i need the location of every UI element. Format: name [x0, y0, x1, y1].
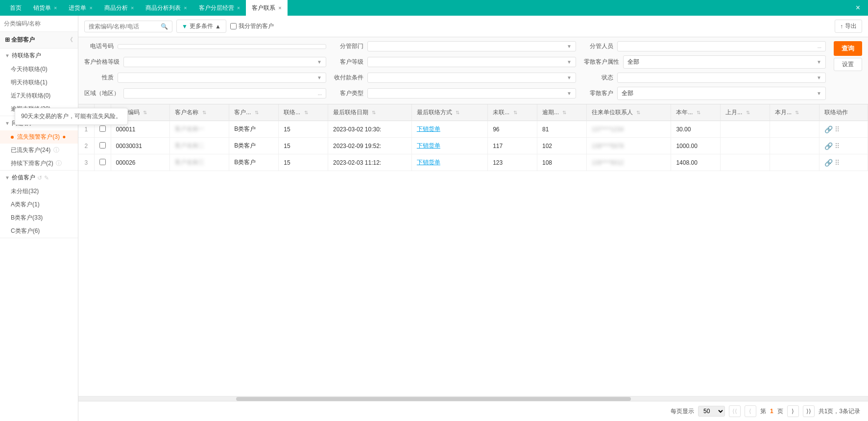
- filter-label-nature: 性质: [84, 74, 114, 82]
- col-uncontacted[interactable]: 未联... ⇅: [488, 104, 537, 121]
- row-action-menu-1[interactable]: ⠿: [835, 125, 840, 133]
- row-checkbox-2: [94, 138, 111, 154]
- tab-sales[interactable]: 销货单 ×: [27, 0, 63, 16]
- col-type[interactable]: 客户... ⇅: [229, 104, 279, 121]
- tab-home[interactable]: 首页: [4, 0, 27, 16]
- sidebar-item-class-b[interactable]: B类客户(33): [0, 211, 78, 224]
- query-button[interactable]: 查询: [834, 41, 862, 56]
- horizontal-scrollbar[interactable]: [78, 396, 868, 401]
- row-select-1[interactable]: [99, 125, 106, 132]
- search-box: 🔍: [84, 21, 172, 32]
- col-overdue[interactable]: 逾期... ⇅: [537, 104, 587, 121]
- row-last-way-2[interactable]: 下销货单: [411, 138, 487, 154]
- my-customers-checkbox[interactable]: [230, 23, 237, 29]
- last-page-button[interactable]: ⟩⟩: [803, 405, 815, 417]
- first-page-button[interactable]: ⟨⟨: [729, 405, 741, 417]
- filter-input-price-level[interactable]: ▼: [123, 57, 326, 67]
- filter-input-manager[interactable]: ...: [617, 41, 826, 51]
- search-submit-icon[interactable]: 🔍: [161, 23, 168, 30]
- sidebar-item-churn-warning[interactable]: 流失预警客户(3) ●: [0, 130, 78, 144]
- filter-input-customer-level[interactable]: ▼: [367, 57, 576, 67]
- search-input[interactable]: [89, 23, 159, 30]
- filter-input-zero-order[interactable]: 全部 ▼: [617, 87, 826, 100]
- col-last-contact-date[interactable]: 最后联络日期 ⇅: [328, 104, 412, 121]
- row-last-way-3[interactable]: 下销货单: [411, 154, 487, 171]
- row-action-link-3[interactable]: 🔗: [824, 159, 833, 167]
- col-unit-contact[interactable]: 往来单位联系人 ⇅: [586, 104, 671, 121]
- col-contact[interactable]: 联络... ⇅: [279, 104, 328, 121]
- filter-input-nature[interactable]: ▼: [118, 73, 326, 83]
- filter-input-zero-order-prop[interactable]: 全部 ▼: [623, 55, 826, 69]
- table-row: 3 000026 客户名称三 B类客户 15 2023-02-03 11:12:…: [78, 154, 868, 171]
- row-action-link-1[interactable]: 🔗: [824, 125, 833, 133]
- sidebar-group-value-customers: ▼ 价值客户 ↺ ✎ 未分组(32) A类客户(1) B类客户(33) C类客户…: [0, 171, 78, 238]
- row-select-2[interactable]: [99, 142, 106, 149]
- sidebar-item-class-a[interactable]: A类客户(1): [0, 198, 78, 211]
- col-last-contact-way[interactable]: 最后联络方式 ⇅: [411, 104, 487, 121]
- sidebar-item-tomorrow-contact[interactable]: 明天待联络(1): [0, 76, 78, 89]
- my-customers-checkbox-label[interactable]: 我分管的客户: [230, 22, 274, 30]
- filter-input-status[interactable]: ▼: [617, 73, 826, 83]
- row-last-way-1[interactable]: 下销货单: [411, 121, 487, 138]
- sort-icon-uncontacted: ⇅: [513, 110, 517, 115]
- col-this-month[interactable]: 本月... ⇅: [770, 104, 820, 121]
- close-goods-analysis-list-tab[interactable]: ×: [184, 5, 187, 11]
- horizontal-scrollbar-thumb[interactable]: [236, 397, 631, 401]
- sidebar-item-ungrouped[interactable]: 未分组(32): [0, 185, 78, 198]
- row-action-icons-1: 🔗 ⠿: [824, 125, 863, 133]
- data-table-container: ⚙ 客户编码 ⇅ 客户名称 ⇅ 客户... ⇅ 联络... ⇅ 最后联络日期 ⇅…: [78, 104, 868, 396]
- close-window-button[interactable]: ×: [852, 3, 864, 12]
- sidebar-search-area: 🔍: [0, 16, 78, 32]
- col-name[interactable]: 客户名称 ⇅: [170, 104, 229, 121]
- info-icon-declining: ⓘ: [56, 160, 62, 167]
- col-this-year[interactable]: 本年... ⇅: [671, 104, 721, 121]
- sidebar-item-class-c[interactable]: C类客户(6): [0, 224, 78, 238]
- sort-icon-last-way: ⇅: [456, 110, 459, 115]
- sidebar-item-churned[interactable]: 已流失客户(24) ⓘ: [0, 144, 78, 157]
- sidebar-group-value-customers-title[interactable]: ▼ 价值客户 ↺ ✎: [0, 171, 78, 185]
- more-conditions-button[interactable]: ▼ 更多条件 ▲: [176, 20, 226, 33]
- col-last-month[interactable]: 上月... ⇅: [721, 104, 770, 121]
- sidebar-item-7days-contact[interactable]: 近7天待联络(0): [0, 89, 78, 102]
- export-button[interactable]: ↑ 导出: [835, 20, 862, 33]
- row-action-menu-3[interactable]: ⠿: [835, 159, 840, 167]
- close-customer-contact-tab[interactable]: ×: [278, 5, 281, 11]
- row-unit-contact-2: 138****5678: [586, 138, 671, 154]
- row-action-menu-2[interactable]: ⠿: [835, 142, 840, 150]
- filter-input-customer-type[interactable]: ▼: [367, 88, 576, 99]
- warning-dot: [11, 136, 14, 139]
- close-goods-analysis-tab[interactable]: ×: [131, 5, 134, 11]
- tab-goods-analysis-list[interactable]: 商品分析列表 ×: [140, 0, 193, 16]
- refresh-icon-value[interactable]: ↺: [37, 174, 42, 181]
- sidebar-group-pending-contact-title[interactable]: ▼ 待联络客户: [0, 49, 78, 63]
- tab-goods-analysis[interactable]: 商品分析 ×: [98, 0, 140, 16]
- tab-purchase[interactable]: 进货单 ×: [63, 0, 98, 16]
- sidebar-item-today-contact[interactable]: 今天待联络(0): [0, 63, 78, 76]
- tooltip-churn-warning: 90天未交易的客户，可能有流失风险。: [15, 108, 78, 125]
- close-customer-layer-tab[interactable]: ×: [237, 5, 240, 11]
- filter-input-payment[interactable]: ▼: [367, 73, 576, 83]
- close-purchase-tab[interactable]: ×: [89, 5, 92, 11]
- tab-customer-contact[interactable]: 客户联系 ×: [246, 0, 287, 16]
- edit-icon-value[interactable]: ✎: [44, 174, 49, 181]
- sidebar-search-input[interactable]: [4, 20, 77, 27]
- customer-table: ⚙ 客户编码 ⇅ 客户名称 ⇅ 客户... ⇅ 联络... ⇅ 最后联络日期 ⇅…: [78, 104, 868, 171]
- next-page-button[interactable]: ⟩: [787, 405, 799, 417]
- filter-input-phone[interactable]: [118, 44, 326, 49]
- close-sales-tab[interactable]: ×: [54, 5, 57, 11]
- filter-input-dept[interactable]: ▼: [367, 41, 576, 51]
- filter-input-region[interactable]: ...: [123, 88, 326, 99]
- prev-page-button[interactable]: ⟨: [745, 405, 756, 417]
- filter-label-price-level: 客户价格等级: [84, 58, 120, 66]
- row-last-month-1: [721, 121, 770, 138]
- row-this-year-3: 1408.00: [671, 154, 721, 171]
- row-uncontacted-2: 117: [488, 138, 537, 154]
- settings-button[interactable]: 设置: [834, 58, 862, 71]
- row-action-link-2[interactable]: 🔗: [824, 142, 833, 150]
- sidebar-collapse-button[interactable]: 《: [67, 36, 73, 44]
- tab-customer-layer[interactable]: 客户分层经营 ×: [193, 0, 246, 16]
- row-select-3[interactable]: [99, 159, 106, 165]
- per-page-select[interactable]: 50 20 100: [698, 406, 725, 417]
- sidebar-item-declining[interactable]: 持续下滑客户(2) ⓘ: [0, 157, 78, 170]
- col-actions: 联络动作: [820, 104, 868, 121]
